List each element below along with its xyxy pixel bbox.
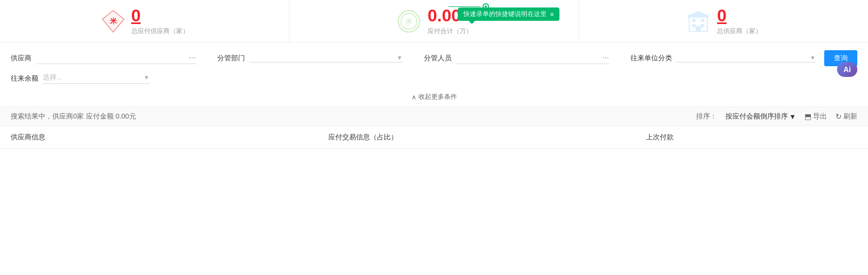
sort-label: 排序：	[696, 112, 717, 121]
total-suppliers-label: 总供应商（家）	[717, 27, 762, 36]
payable-total-label: 应付合计（万）	[428, 27, 472, 36]
tooltip-line	[448, 6, 480, 7]
tooltip-bar: 快速录单的快捷键说明在这里 ×	[458, 7, 559, 21]
filter-balance: 往来余额 选择... ▼	[11, 73, 149, 84]
supplier-label: 供应商	[11, 53, 31, 63]
filter-area: 供应商 ··· 分管部门 ▼ 分管人员 ··· 往来单位分	[0, 43, 868, 107]
refresh-label: 刷新	[843, 112, 857, 121]
filter-row-2: 往来余额 选择... ▼	[11, 73, 857, 84]
tooltip-close[interactable]: ×	[550, 11, 554, 18]
svg-rect-7	[692, 19, 696, 22]
filter-row-1: 供应商 ··· 分管部门 ▼ 分管人员 ··· 往来单位分	[11, 50, 857, 66]
svg-rect-12	[688, 15, 709, 18]
balance-label: 往来余额	[11, 74, 38, 83]
dept-label: 分管部门	[217, 53, 245, 63]
total-payable-label: 总应付供应商（家）	[131, 27, 189, 36]
stat-payable-total: 快速录单的快捷键说明在这里 × 米 0.00 应付合计（万）	[289, 0, 579, 42]
sort-chevron-icon: ▼	[789, 113, 796, 121]
person-label: 分管人员	[424, 53, 452, 63]
svg-marker-13	[688, 11, 709, 15]
stat-total-payable-suppliers: 米 0 总应付供应商（家）	[0, 0, 289, 42]
supplier-dots[interactable]: ···	[189, 53, 196, 62]
filter-supplier: 供应商 ···	[11, 53, 196, 64]
balance-placeholder: 选择...	[43, 73, 144, 82]
total-payable-number: 0	[131, 6, 141, 25]
diamond-icon: 米	[100, 9, 126, 34]
svg-rect-10	[701, 24, 704, 27]
svg-text:米: 米	[405, 17, 413, 26]
svg-rect-11	[696, 26, 701, 32]
building-icon	[685, 10, 712, 33]
dept-chevron-icon: ▼	[397, 54, 403, 61]
balance-select[interactable]: 选择... ▼	[43, 73, 149, 84]
unit-select[interactable]: ▼	[676, 54, 816, 62]
sort-select[interactable]: 按应付会额倒序排序 ▼	[725, 112, 796, 121]
refresh-button[interactable]: ↻ 刷新	[835, 112, 857, 121]
total-suppliers-number: 0	[717, 6, 727, 25]
svg-rect-9	[692, 24, 696, 27]
coin-icon: 米	[396, 8, 422, 35]
filter-person: 分管人员 ···	[424, 53, 609, 64]
ai-badge[interactable]: Ai	[837, 62, 857, 77]
export-button[interactable]: ⬒ 导出	[804, 112, 827, 121]
stat-total-suppliers: 0 总供应商（家）	[579, 0, 868, 42]
stats-bar: 米 0 总应付供应商（家） 快速录单的快捷键说明在这里 × 米	[0, 0, 868, 43]
collapse-label: 收起更多条件	[419, 92, 457, 101]
person-input[interactable]	[456, 53, 600, 61]
svg-rect-8	[701, 19, 704, 22]
unit-label: 往来单位分类	[630, 53, 672, 63]
tooltip-text: 快速录单的快捷键说明在这里	[463, 10, 547, 19]
person-dots[interactable]: ···	[602, 53, 609, 62]
balance-chevron-icon: ▼	[144, 74, 149, 81]
unit-chevron-icon: ▼	[810, 54, 816, 61]
result-actions: 排序： 按应付会额倒序排序 ▼ ⬒ 导出 ↻ 刷新	[696, 112, 857, 121]
svg-text:米: 米	[109, 17, 117, 25]
payable-total-number: 0.00	[428, 6, 461, 25]
refresh-icon: ↻	[835, 112, 842, 121]
filter-unit-class: 往来单位分类 ▼	[630, 53, 816, 63]
filter-dept: 分管部门 ▼	[217, 53, 403, 63]
collapse-button[interactable]: ∧ 收起更多条件	[11, 89, 857, 107]
table-body	[0, 149, 868, 275]
result-bar: 搜索结果中，供应商0家 应付金额 0.00元 排序： 按应付会额倒序排序 ▼ ⬒…	[0, 107, 868, 126]
col-last-payment-header: 上次付款	[646, 132, 858, 142]
col-payable-info-header: 应付交易信息（占比）	[328, 132, 646, 142]
collapse-icon: ∧	[412, 93, 416, 101]
sort-value: 按应付会额倒序排序	[725, 112, 788, 121]
supplier-input[interactable]	[36, 53, 187, 61]
table-header: 供应商信息 应付交易信息（占比） 上次付款	[0, 126, 868, 149]
export-icon: ⬒	[804, 112, 811, 121]
dept-select[interactable]: ▼	[249, 54, 403, 62]
result-info: 搜索结果中，供应商0家 应付金额 0.00元	[11, 112, 136, 121]
col-supplier-info-header: 供应商信息	[11, 132, 328, 142]
export-label: 导出	[813, 112, 827, 121]
